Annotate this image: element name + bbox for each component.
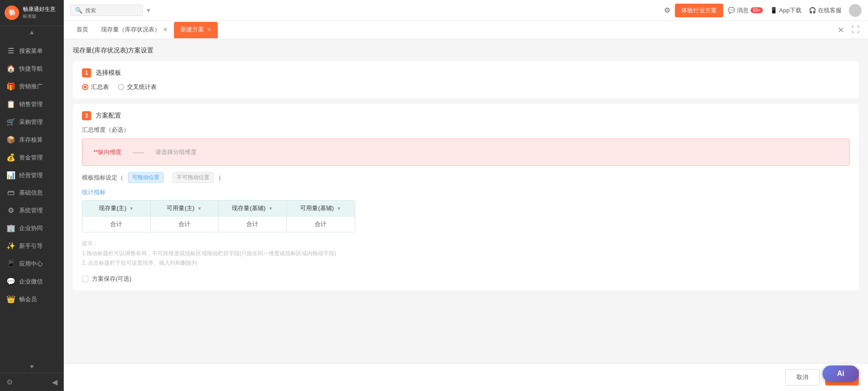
sidebar-scroll-up[interactable]: ▲: [0, 26, 64, 38]
message-btn[interactable]: 💬 消息 99+: [728, 6, 763, 15]
col-available-base[interactable]: 可用量(基辅) ▼: [287, 201, 355, 216]
tab-fullscreen-btn[interactable]: ⛶: [850, 25, 862, 35]
dimension-area[interactable]: **纵向维度 —— 请选择分组维度: [82, 139, 850, 166]
cell-0-3: 合计: [287, 216, 355, 232]
col-current-main-label: 现存量(主): [99, 204, 127, 212]
sidebar-item-label: 应用中心: [19, 260, 43, 268]
crown-icon: 👑: [6, 295, 15, 304]
sidebar-item-quick-nav[interactable]: 🏠 快捷导航: [0, 60, 64, 77]
topbar-dropdown-icon[interactable]: ▼: [146, 7, 151, 14]
sidebar-item-system[interactable]: ⚙ 系统管理: [0, 201, 64, 219]
tabs-right-actions: ✕ ⛶: [836, 25, 862, 35]
message-icon: 💬: [728, 7, 735, 14]
col-current-base[interactable]: 现存量(基辅) ▼: [219, 201, 287, 216]
tips-title: 提示：: [82, 239, 850, 249]
col-available-base-label: 可用量(基辅): [300, 204, 334, 212]
tab-new-scheme-close-icon[interactable]: ✕: [207, 26, 211, 33]
sidebar-item-marketing[interactable]: 🎁 营销推广: [0, 77, 64, 95]
radio-crosstab-label: 交叉统计表: [127, 83, 157, 91]
indicator-settings: 模板指标设定（ 可拖动位置 不可拖动位置 ）: [82, 172, 850, 183]
sidebar-item-new-guide[interactable]: ✨ 新手引导: [0, 237, 64, 255]
save-option-label: 方案保存(可选): [92, 275, 132, 283]
tab-close-all-btn[interactable]: ✕: [836, 25, 846, 35]
sales-icon: 📋: [6, 100, 15, 108]
sidebar-item-inventory[interactable]: 📦 库存核算: [0, 131, 64, 149]
sidebar-item-label: 畅会员: [19, 295, 37, 304]
col-available-base-chevron: ▼: [337, 206, 341, 211]
cancel-button[interactable]: 取消: [785, 369, 820, 386]
tab-home-label: 首页: [77, 26, 88, 34]
sidebar-item-purchase[interactable]: 🛒 采购管理: [0, 113, 64, 131]
sidebar-item-label: 快捷导航: [19, 65, 43, 73]
step1-badge: 1: [82, 68, 91, 77]
sidebar-item-app-center[interactable]: 📱 应用中心: [0, 255, 64, 273]
sidebar-item-search[interactable]: ☰ 搜索菜单: [0, 42, 64, 60]
sidebar-item-operations[interactable]: 📊 经营管理: [0, 166, 64, 184]
sidebar-item-vip[interactable]: 👑 畅会员: [0, 290, 64, 308]
message-label: 消息: [737, 6, 749, 15]
main-area: 🔍 ▼ ⚙ 体验行业方案 💬 消息 99+ 📱 App下载 🎧 在线客服: [64, 0, 868, 391]
sidebar-item-wechat[interactable]: 💬 企业微信: [0, 273, 64, 290]
gear-icon: ⚙: [6, 206, 15, 215]
sidebar-footer: ⚙ ◀: [0, 373, 64, 391]
money-icon: 💰: [6, 153, 15, 162]
indicator-settings-label: 模板指标设定（: [82, 174, 123, 182]
gift-icon: 🎁: [6, 82, 15, 91]
app-logo: 畅: [5, 5, 19, 20]
mobile-icon: 📱: [6, 259, 15, 268]
tab-home[interactable]: 首页: [70, 22, 95, 38]
sidebar-item-label: 系统管理: [19, 206, 43, 215]
topbar-gear-icon[interactable]: ⚙: [664, 6, 670, 15]
stats-table: 现存量(主) ▼ 可用量(主) ▼ 现存量(基辅) ▼ 可用量(基辅) ▼: [82, 200, 355, 232]
settings-icon[interactable]: ⚙: [6, 378, 13, 386]
step1-label: 选择模板: [96, 69, 121, 77]
col-current-main[interactable]: 现存量(主) ▼: [82, 201, 151, 216]
col-current-main-chevron: ▼: [129, 206, 134, 211]
radio-summary[interactable]: 汇总表: [82, 83, 109, 91]
app-download-btn[interactable]: 📱 App下载: [770, 6, 802, 15]
sidebar-item-label: 基础信息: [19, 189, 43, 197]
dimension-placeholder: 请选择分组维度: [155, 148, 197, 156]
collapse-icon[interactable]: ◀: [52, 378, 57, 386]
content-area: 现存量(库存状况表)方案设置 1 选择模板 汇总表 交叉统计表 2: [64, 39, 868, 363]
sidebar-item-label: 资金管理: [19, 154, 43, 162]
sidebar-item-label: 新手引导: [19, 242, 43, 250]
sidebar-item-finance[interactable]: 💰 资金管理: [0, 149, 64, 166]
tab-new-scheme[interactable]: 新建方案 ✕: [174, 22, 218, 38]
online-service-btn[interactable]: 🎧 在线客服: [809, 6, 842, 15]
step2-badge: 2: [82, 111, 91, 120]
sidebar-item-enterprise[interactable]: 🏢 企业协同: [0, 219, 64, 237]
sidebar-item-basic-info[interactable]: 🗃 基础信息: [0, 184, 64, 201]
sidebar-item-label: 营销推广: [19, 82, 43, 91]
page-title: 现存量(库存状况表)方案设置: [73, 46, 859, 55]
trial-btn[interactable]: 体验行业方案: [675, 4, 723, 17]
chart-icon: 📊: [6, 171, 15, 180]
step1-card: 1 选择模板 汇总表 交叉统计表: [73, 61, 859, 98]
search-input[interactable]: [85, 7, 131, 14]
stats-table-row: 合计 合计 合计 合计: [82, 216, 355, 232]
search-box[interactable]: 🔍: [70, 5, 143, 16]
dimension-section-title: 汇总维度（必选）: [82, 126, 850, 134]
tab-inventory-label: 现存量（库存状况表）: [101, 26, 160, 34]
step2-card: 2 方案配置 汇总维度（必选） **纵向维度 —— 请选择分组维度 模板指标设定…: [73, 104, 859, 290]
col-available-main[interactable]: 可用量(主) ▼: [151, 201, 219, 216]
ai-float-button[interactable]: Ai: [822, 365, 859, 382]
topbar-right: 💬 消息 99+ 📱 App下载 🎧 在线客服: [728, 4, 862, 17]
sidebar-item-label: 经营管理: [19, 171, 43, 180]
sidebar-item-sales[interactable]: 📋 销售管理: [0, 95, 64, 113]
indicator-settings-close: ）: [218, 174, 224, 182]
sidebar-scroll-down[interactable]: ▼: [0, 360, 64, 373]
save-checkbox[interactable]: [82, 276, 88, 282]
app-download-label: App下载: [779, 6, 802, 15]
tab-inventory-close-icon[interactable]: ✕: [163, 26, 168, 33]
tab-inventory-status[interactable]: 现存量（库存状况表） ✕: [95, 22, 174, 38]
user-avatar[interactable]: [849, 4, 862, 17]
app-name: 畅康通好生意: [23, 6, 56, 13]
cell-0-2: 合计: [219, 216, 287, 232]
tab-new-scheme-label: 新建方案: [180, 26, 204, 34]
building-icon: 🏢: [6, 224, 15, 232]
radio-crosstab[interactable]: 交叉统计表: [118, 83, 157, 91]
message-badge: 99+: [751, 7, 763, 13]
stats-section-title: 统计指标: [82, 188, 850, 196]
search-icon: 🔍: [75, 7, 82, 14]
